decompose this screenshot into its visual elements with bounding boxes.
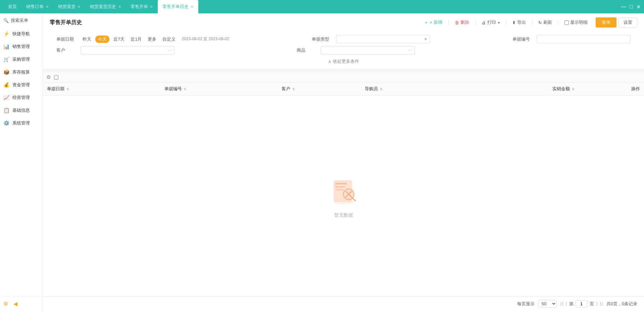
page-first-button[interactable]: ⟨⟨ [560,301,563,306]
page-unit: 页 [590,301,594,307]
sort-number-icon[interactable]: ⇅ [184,87,186,91]
tab-retail-open[interactable]: 零售开单 ✕ [126,0,158,13]
empty-icon [327,173,360,207]
settings-bottom-icon[interactable]: ⚙ [3,301,8,307]
number-filter-label: 单据编号 [512,36,531,42]
sidebar-item-sales-mgmt[interactable]: 📊 销售管理 [0,40,43,53]
export-button[interactable]: ⬆ 导出 [512,19,526,25]
page-label: 第 [569,301,574,307]
customer-filter-select[interactable]: ··· [81,46,175,54]
finance-icon: 💰 [3,82,10,88]
pagination: 每页显示 50 10 20 100 ⟨⟨ ⟨ 第 1 页 ⟩ ⟩⟩ 共0页，0条… [43,296,644,311]
date-range-text: 2023-06-02 至 2023-06-02 [182,36,229,42]
sidebar-item-inventory[interactable]: 📦 库存核算 [0,66,43,79]
collapse-button[interactable]: ∧ 收起更多条件 [56,57,631,67]
svg-rect-3 [335,186,345,188]
date-more[interactable]: 更多 [146,36,158,43]
empty-text: 暂无数据 [334,212,353,218]
date-1month[interactable]: 近1月 [129,36,144,43]
table-area: ⚙ 单据日期 ⇅ 单据编号 ⇅ 客户 [43,72,644,296]
date-today[interactable]: 今天 [95,36,109,43]
add-icon: ＋ [424,19,429,25]
system-mgmt-icon: ⚙️ [3,120,10,126]
page-size-label: 每页显示 [517,301,535,307]
collapse-sidebar-icon[interactable]: ◀ [13,301,17,307]
number-filter-input[interactable] [537,35,631,43]
page-header: 零售开单历史 ＋ + 新增 🗑 删除 🖨 打印 ▾ [43,13,644,69]
export-icon: ⬆ [512,20,516,25]
minimize-button[interactable]: — [621,4,626,10]
tab-close-sales-return[interactable]: ✕ [78,5,81,9]
goods-ellipsis[interactable]: ··· [408,48,412,53]
page-prev-button[interactable]: ⟨ [565,301,567,306]
toolbar-divider-3 [506,20,506,25]
page-size-select[interactable]: 50 10 20 100 [538,300,557,308]
tab-home[interactable]: 首页 [3,0,21,13]
display-detail-checkbox[interactable] [564,20,569,25]
toolbar-divider-4 [532,20,532,25]
sidebar-bottom: ⚙ ◀ [0,296,43,311]
table-toolbar: ⚙ [43,72,644,83]
sidebar-item-system-mgmt[interactable]: ⚙️ 系统管理 [0,117,43,129]
date-7days[interactable]: 近7天 [111,36,127,43]
add-button[interactable]: ＋ + 新增 [424,19,442,25]
select-all-checkbox[interactable] [54,75,58,80]
page-next-button[interactable]: ⟩ [596,301,598,306]
settings-button[interactable]: 设置 [618,17,637,28]
page-input[interactable]: 1 [576,300,588,307]
table-settings-icon[interactable]: ⚙ [46,74,51,80]
query-button[interactable]: 查询 [596,17,616,28]
date-filter-label: 单据日期 [56,36,75,42]
delete-icon: 🗑 [455,20,459,25]
tab-close-retail-open-history[interactable]: ✕ [191,5,194,9]
window-controls: — □ ✕ [621,4,641,10]
tab-close-sales-return-history[interactable]: ✕ [118,5,121,9]
print-button[interactable]: 🖨 打印 ▾ [482,19,500,25]
delete-button[interactable]: 🗑 删除 [455,19,469,25]
tab-sales-return[interactable]: 销货退货 ✕ [53,0,85,13]
toolbar: ＋ + 新增 🗑 删除 🖨 打印 ▾ [424,17,637,28]
sort-amount-icon[interactable]: ⇅ [572,87,575,91]
toolbar-divider-1 [448,20,449,25]
page-title: 零售开单历史 [50,19,82,26]
date-yesterday[interactable]: 昨天 [81,36,93,43]
tab-close-retail-open[interactable]: ✕ [150,5,153,9]
customer-filter-label: 客户 [56,47,75,53]
date-shortcuts: 昨天 今天 近7天 近1月 更多 自定义 2023-06-02 至 2023-0… [81,36,229,43]
close-button[interactable]: ✕ [636,4,641,10]
goods-filter-label: 商品 [297,47,315,53]
sidebar-item-purchase-mgmt[interactable]: 🛒 采购管理 [0,53,43,66]
sidebar-item-quick-nav[interactable]: ⚡ 快捷导航 [0,28,43,40]
tab-sales-order[interactable]: 销售订单 ✕ [21,0,53,13]
page-nav: ⟨⟨ ⟨ 第 1 页 ⟩ ⟩⟩ [560,300,603,307]
inventory-icon: 📦 [3,69,10,75]
sidebar-search[interactable]: 🔍 搜索采单 [0,13,43,28]
sort-date-icon[interactable]: ⇅ [66,87,69,91]
sort-guide-icon[interactable]: ⇅ [380,87,383,91]
col-number: 单据编号 ⇅ [160,83,278,96]
table-header-row: 单据日期 ⇅ 单据编号 ⇅ 客户 ⇅ 导购员 ⇅ [43,83,644,96]
col-guide: 导购员 ⇅ [361,83,461,96]
empty-state: 暂无数据 [43,96,644,296]
sort-customer-icon[interactable]: ⇅ [292,87,295,91]
print-arrow-icon: ▾ [498,21,500,24]
sidebar-item-basic-info[interactable]: 📋 基础信息 [0,104,43,117]
search-icon: 🔍 [3,18,9,23]
sidebar: 🔍 搜索采单 ⚡ 快捷导航 📊 销售管理 🛒 采购管理 📦 库存核算 💰 资金管… [0,13,43,311]
operations-icon: 📈 [3,95,10,101]
display-detail-button[interactable]: 显示明细 [564,19,588,25]
sidebar-item-operations[interactable]: 📈 经营管理 [0,91,43,104]
refresh-button[interactable]: ↻ 刷新 [538,19,552,25]
tab-sales-return-history[interactable]: 销货退货历史 ✕ [85,0,126,13]
goods-filter-select[interactable]: ··· [321,46,415,54]
tab-close-sales-order[interactable]: ✕ [46,5,49,9]
sidebar-item-finance[interactable]: 💰 资金管理 [0,79,43,91]
customer-ellipsis[interactable]: ··· [168,48,171,53]
basic-info-icon: 📋 [3,107,10,113]
date-custom[interactable]: 自定义 [160,36,178,43]
type-filter-select[interactable]: ▾ [336,35,430,43]
maximize-button[interactable]: □ [630,4,633,10]
type-filter-label: 单据类型 [312,36,331,42]
page-last-button[interactable]: ⟩⟩ [600,301,603,306]
tab-retail-open-history[interactable]: 零售开单历史 ✕ [158,0,198,13]
